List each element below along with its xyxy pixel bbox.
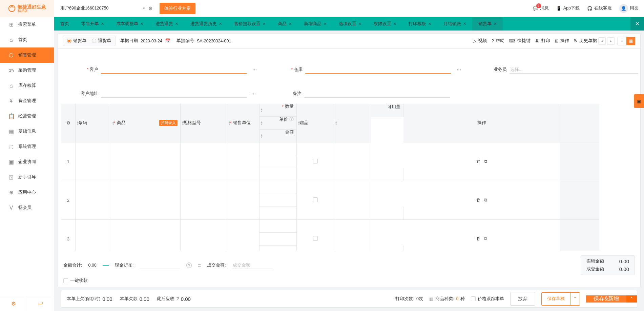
cell-blank[interactable]	[334, 142, 371, 181]
close-icon[interactable]: ✕	[428, 22, 431, 26]
view-grid-button[interactable]: ▦	[626, 37, 635, 45]
sidebar-item-7[interactable]: ▦基础信息	[0, 124, 54, 139]
view-list-button[interactable]: ≡	[618, 37, 626, 45]
tab-1[interactable]: 零售开单✕	[75, 17, 110, 31]
account-gear-icon[interactable]: ⚙	[148, 6, 153, 11]
tab-10[interactable]: 打印模板✕	[402, 17, 437, 31]
tab-11[interactable]: 月结锁账✕	[437, 17, 472, 31]
history-link[interactable]: ↻历史单据	[574, 38, 597, 44]
col-avail[interactable]: 可用量	[371, 104, 403, 117]
close-icon[interactable]: ✕	[140, 22, 143, 26]
sidebar-collapse-button[interactable]: ⮐	[27, 296, 54, 311]
cell-price[interactable]	[259, 194, 297, 207]
close-icon[interactable]: ✕	[393, 22, 396, 26]
close-icon[interactable]: ✕	[358, 22, 361, 26]
cash-discount-input[interactable]	[140, 262, 180, 269]
tab-5[interactable]: 售价提取设置✕	[228, 17, 272, 31]
sidebar-item-4[interactable]: ⌂库存核算	[0, 78, 54, 93]
sidebar-item-9[interactable]: ▣企业协同	[0, 154, 54, 170]
scroll-gutter[interactable]	[560, 220, 599, 251]
cell-unit[interactable]	[227, 220, 259, 251]
sidebar-item-10[interactable]: ⍰新手引导	[0, 170, 54, 185]
discard-button[interactable]: 放弃	[510, 292, 535, 306]
app-download-link[interactable]: 📱 App下载	[556, 5, 580, 11]
tab-8[interactable]: 选项设置✕	[333, 17, 368, 31]
cell-unit[interactable]	[227, 181, 259, 220]
operations-link[interactable]: ⊞操作	[555, 38, 569, 44]
cell-barcode[interactable]	[76, 181, 111, 220]
prev-doc-button[interactable]: ◂	[598, 37, 606, 45]
address-input[interactable]	[101, 90, 247, 98]
cell-gift[interactable]	[297, 220, 334, 251]
sidebar-item-5[interactable]: ¥资金管理	[0, 93, 54, 109]
col-unit[interactable]: ▴▾*销售单位	[227, 104, 259, 142]
save-and-new-button[interactable]: 保存&新增 ⌃	[586, 295, 637, 303]
doc-type-sale[interactable]: 销货单	[67, 38, 86, 44]
tab-6[interactable]: 商品✕	[272, 17, 298, 31]
messages-link[interactable]: 💬 消息 6	[533, 5, 549, 11]
brand-logo[interactable]: 畅捷通好生意 精品版	[0, 0, 54, 17]
sidebar-item-1[interactable]: ⌂首页	[0, 32, 54, 47]
cell-blank[interactable]	[334, 181, 371, 220]
cell-blank[interactable]	[334, 220, 371, 251]
close-icon[interactable]: ✕	[289, 22, 292, 26]
warehouse-picker-icon[interactable]: ⋯	[457, 67, 461, 72]
tab-3[interactable]: 进货退货✕	[149, 17, 184, 31]
sidebar-item-2[interactable]: ⬡销售管理	[0, 47, 54, 63]
cell-spec[interactable]	[181, 220, 227, 251]
sidebar-settings-button[interactable]: ⚙	[0, 296, 27, 311]
cell-qty[interactable]	[259, 181, 297, 194]
table-row[interactable]: 1🗑⧉	[61, 142, 637, 181]
col-gift[interactable]: ▴▾赠品	[297, 104, 334, 142]
video-help-link[interactable]: ▷视频	[473, 38, 487, 44]
close-icon[interactable]: ✕	[219, 22, 222, 26]
delete-row-icon[interactable]: 🗑	[476, 198, 481, 203]
delete-row-icon[interactable]: 🗑	[476, 236, 481, 241]
try-industry-button[interactable]: 体验行业方案	[160, 3, 195, 14]
col-product[interactable]: ▴▾*商品扫码录入	[111, 104, 181, 142]
gift-checkbox[interactable]	[313, 236, 318, 241]
sidebar-item-8[interactable]: ◌系统管理	[0, 139, 54, 154]
close-icon[interactable]: ✕	[463, 22, 466, 26]
cell-price[interactable]	[259, 155, 297, 168]
tab-0[interactable]: 首页	[54, 17, 75, 31]
delete-row-icon[interactable]: 🗑	[476, 159, 481, 164]
cell-price[interactable]	[259, 233, 297, 246]
account-selector[interactable]: 用户690企业1660120750 ▾	[60, 5, 145, 12]
cell-product[interactable]	[111, 181, 181, 220]
cell-barcode[interactable]	[76, 220, 111, 251]
doc-type-return[interactable]: 退货单	[92, 38, 111, 44]
table-row[interactable]: 3🗑⧉	[61, 220, 637, 251]
copy-row-icon[interactable]: ⧉	[484, 236, 487, 241]
cell-amount[interactable]	[259, 168, 297, 181]
cell-gift[interactable]	[297, 181, 334, 220]
scan-entry-tag[interactable]: 扫码录入	[159, 120, 178, 126]
salesman-input[interactable]	[510, 66, 638, 74]
customer-picker-icon[interactable]: ⋯	[252, 67, 257, 72]
col-barcode[interactable]: ▴▾条码	[76, 104, 111, 142]
tab-9[interactable]: 权限设置✕	[368, 17, 402, 31]
sidebar-item-6[interactable]: 📋经营管理	[0, 109, 54, 124]
close-icon[interactable]: ✕	[263, 22, 266, 26]
support-link[interactable]: 🎧 在线客服	[587, 5, 612, 11]
cell-unit[interactable]	[227, 142, 259, 181]
cell-gift[interactable]	[297, 142, 334, 181]
scroll-gutter[interactable]	[560, 181, 599, 220]
deal-amount-input[interactable]	[232, 262, 273, 269]
copy-row-icon[interactable]: ⧉	[484, 159, 487, 164]
sidebar-item-3[interactable]: 🛍采购管理	[0, 63, 54, 78]
close-icon[interactable]: ✕	[175, 22, 178, 26]
cell-barcode[interactable]	[76, 142, 111, 181]
column-config-button[interactable]: ⚙	[61, 104, 76, 142]
gift-checkbox[interactable]	[313, 197, 318, 202]
close-icon[interactable]: ✕	[101, 22, 104, 26]
col-qty[interactable]: ▴▾*数量	[259, 104, 297, 117]
close-icon[interactable]: ✕	[324, 22, 327, 26]
question-icon[interactable]: ?	[176, 296, 179, 301]
cell-spec[interactable]	[181, 181, 227, 220]
hotkeys-link[interactable]: ⌨快捷键	[509, 38, 531, 44]
print-link[interactable]: 🖶打印	[535, 38, 550, 44]
gift-checkbox[interactable]	[313, 159, 318, 163]
next-doc-button[interactable]: ▸	[607, 37, 615, 45]
remark-input[interactable]	[304, 90, 450, 98]
